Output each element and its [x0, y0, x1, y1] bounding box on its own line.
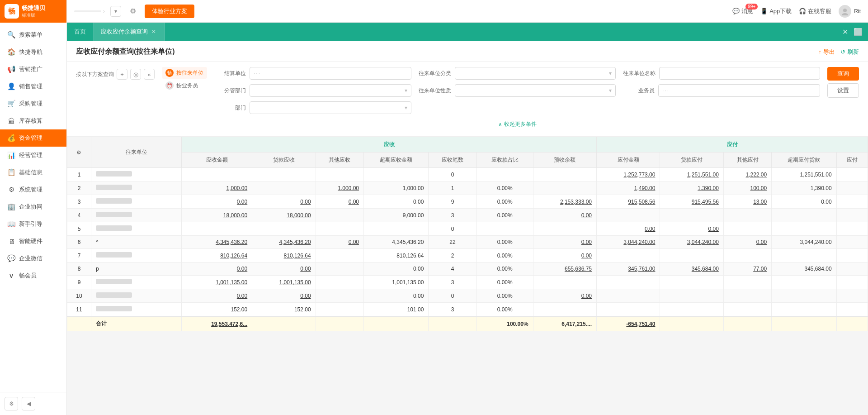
table-cell[interactable]: 0.00: [252, 262, 316, 276]
table-cell[interactable]: 100.00: [723, 181, 771, 195]
table-cell[interactable]: 1,000.00: [316, 181, 363, 195]
partner-category-input[interactable]: ▾: [455, 67, 616, 80]
export-btn[interactable]: ↑ 导出: [819, 48, 835, 56]
table-cell: [723, 276, 771, 289]
dept-input[interactable]: ▾: [250, 84, 411, 97]
table-cell[interactable]: 0.00: [182, 195, 252, 209]
set-btn[interactable]: 设置: [827, 83, 859, 98]
table-cell[interactable]: 0.00: [252, 289, 316, 303]
sidebar-item-member[interactable]: V 畅会员: [0, 267, 66, 284]
table-cell[interactable]: 0.00: [533, 236, 596, 249]
table-cell[interactable]: 0.00: [660, 222, 723, 236]
th-settings[interactable]: ⚙: [67, 137, 91, 168]
table-cell[interactable]: 0.00: [533, 289, 596, 303]
table-cell[interactable]: 810,126.64: [252, 249, 316, 262]
table-cell[interactable]: 345,684.00: [660, 262, 723, 276]
table-cell[interactable]: 915,495.56: [660, 195, 723, 209]
settlement-input[interactable]: ···: [250, 67, 411, 80]
sidebar-item-quicknav[interactable]: 🏠 快捷导航: [0, 43, 66, 61]
table-cell[interactable]: 915,508.56: [597, 195, 660, 209]
sidebar-item-guide[interactable]: 📖 新手引导: [0, 215, 66, 233]
tab-maximize-btn[interactable]: ⬜: [852, 28, 864, 36]
messages-btn[interactable]: 💬 消息 99+: [732, 7, 753, 15]
sidebar-item-hardware[interactable]: 🖥 智能硬件: [0, 233, 66, 250]
table-cell[interactable]: 4,345,436.20: [182, 236, 252, 249]
table-cell[interactable]: 0.00: [316, 236, 363, 249]
table-cell: [836, 168, 868, 181]
table-cell[interactable]: 1,252,773.00: [597, 168, 660, 181]
table-cell[interactable]: 0.00: [597, 222, 660, 236]
sidebar-item-marketing[interactable]: 📢 营销推广: [0, 61, 66, 78]
table-cell[interactable]: 152.00: [252, 303, 316, 317]
sidebar-item-enterprise[interactable]: 🏢 企业协同: [0, 198, 66, 215]
table-cell[interactable]: 1,000.00: [182, 181, 252, 195]
department-input[interactable]: ▾: [250, 101, 411, 114]
partner-name-cell: p: [91, 262, 181, 276]
sidebar-item-wechat[interactable]: 💬 企业微信: [0, 250, 66, 267]
sidebar-item-sales[interactable]: 👤 销售管理: [0, 78, 66, 95]
refresh-btn[interactable]: ↺ 刷新: [840, 48, 859, 56]
table-cell[interactable]: 2,153,333.00: [533, 195, 596, 209]
target-filter-btn[interactable]: ◎: [130, 69, 141, 80]
sidebar-item-system[interactable]: ⚙ 系统管理: [0, 181, 66, 198]
table-cell[interactable]: 1,390.00: [660, 181, 723, 195]
settings-btn[interactable]: ⚙: [127, 5, 139, 18]
tab-close-btn[interactable]: ✕: [151, 28, 157, 36]
trial-btn[interactable]: 体验行业方案: [145, 5, 194, 18]
table-cell[interactable]: 0.00: [533, 249, 596, 262]
table-cell[interactable]: 0.00: [182, 262, 252, 276]
sidebar-item-basicinfo[interactable]: 📋 基础信息: [0, 164, 66, 181]
partner-nature-input[interactable]: ▾: [455, 84, 616, 97]
collapse-sidebar-btn[interactable]: ◀: [22, 397, 35, 410]
table-cell[interactable]: 1,001,135.00: [252, 276, 316, 289]
table-cell[interactable]: 0.00: [252, 195, 316, 209]
total-ap-amount[interactable]: -654,751.40: [597, 316, 660, 331]
table-cell: 0.00: [772, 195, 836, 209]
table-cell[interactable]: 3,044,240.00: [660, 236, 723, 249]
total-ar-amount[interactable]: 19,553,472,6...: [182, 316, 252, 331]
query-btn[interactable]: 查询: [827, 67, 859, 81]
collapse-filter-btn[interactable]: «: [144, 69, 155, 80]
sidebar-item-finance[interactable]: 💰 资金管理: [0, 129, 66, 147]
table-cell[interactable]: 0.00: [316, 195, 363, 209]
table-cell[interactable]: 4,345,436.20: [252, 236, 316, 249]
table-cell[interactable]: 1,490.00: [597, 181, 660, 195]
table-cell[interactable]: 152.00: [182, 303, 252, 317]
sidebar-item-search[interactable]: 🔍 搜索菜单: [0, 26, 66, 43]
table-cell[interactable]: 13.00: [723, 195, 771, 209]
table-cell[interactable]: 77.00: [723, 262, 771, 276]
scheme-partner[interactable]: 畅 按往来单位: [162, 67, 207, 79]
table-cell[interactable]: 18,000.00: [182, 209, 252, 222]
table-row: 418,000.0018,000.009,000.0030.00%0.00: [67, 209, 868, 222]
table-cell[interactable]: 810,126.64: [182, 249, 252, 262]
table-cell[interactable]: 0.00: [723, 236, 771, 249]
tab-close-window-btn[interactable]: ✕: [840, 28, 850, 36]
breadcrumb-dropdown-btn[interactable]: ▾: [110, 6, 121, 17]
salesperson-input[interactable]: ···: [658, 84, 820, 97]
partner-name-input[interactable]: [659, 67, 820, 80]
tab-home[interactable]: 首页: [67, 23, 94, 41]
collapse-more-btn[interactable]: ∧ 收起更多条件: [498, 118, 537, 131]
sidebar-item-inventory[interactable]: 🏛 库存核算: [0, 112, 66, 129]
table-cell[interactable]: 0.00: [182, 289, 252, 303]
table-cell[interactable]: 1,222.00: [723, 168, 771, 181]
table-cell[interactable]: 3,044,240.00: [597, 236, 660, 249]
app-download-btn[interactable]: 📱 App下载: [760, 7, 792, 15]
sidebar-item-management[interactable]: 📊 经营管理: [0, 147, 66, 164]
table-cell[interactable]: 1,251,551.00: [660, 168, 723, 181]
scheme-salesperson[interactable]: ⏰ 按业务员: [162, 80, 207, 91]
table-cell[interactable]: 655,636.75: [533, 262, 596, 276]
sidebar-logo: 畅 畅捷通贝 标准版: [0, 0, 66, 23]
tab-query[interactable]: 应收应付余额查询 ✕: [94, 23, 165, 41]
table-settings-icon[interactable]: ⚙: [76, 149, 81, 156]
online-service-btn[interactable]: 🎧 在线客服: [799, 7, 831, 15]
sidebar-item-purchase[interactable]: 🛒 采购管理: [0, 95, 66, 112]
table-cell[interactable]: 0.00: [533, 209, 596, 222]
table-cell[interactable]: 345,761.00: [597, 262, 660, 276]
sidebar-item-label: 库存核算: [19, 117, 42, 125]
settings-footer-btn[interactable]: ⚙: [5, 397, 18, 410]
add-filter-btn[interactable]: +: [117, 69, 127, 80]
user-menu[interactable]: Rit: [839, 5, 861, 18]
table-cell[interactable]: 18,000.00: [252, 209, 316, 222]
table-cell[interactable]: 1,001,135.00: [182, 276, 252, 289]
